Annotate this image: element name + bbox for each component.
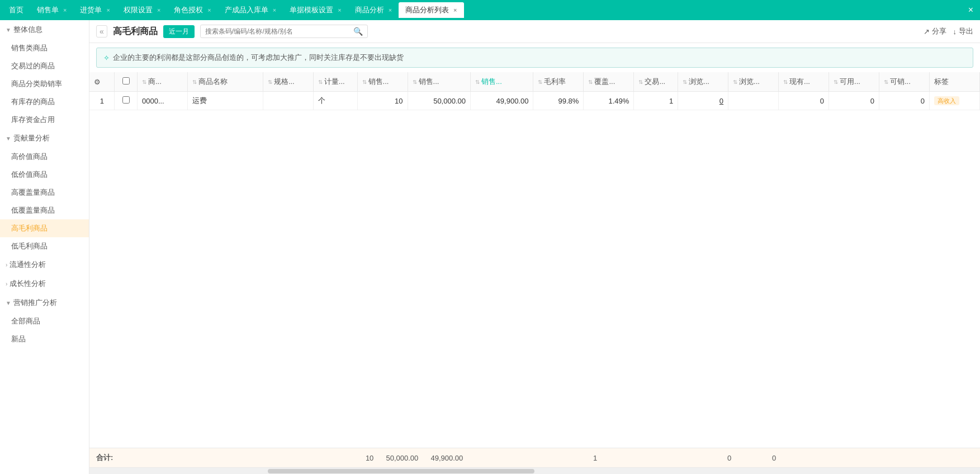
sort-icon-name: ⇅: [192, 79, 197, 85]
arrow-right-icon-2: ›: [6, 281, 7, 287]
info-banner: ✧ 企业的主要的利润都是这部分商品创造的，可考虑加大推广，同时关注库存是不要出现…: [96, 48, 973, 68]
sort-icon-code: ⇅: [142, 79, 146, 85]
sort-icon-browse2: ⇅: [733, 79, 737, 85]
col-header-sale-cost[interactable]: ⇅ 销售...: [471, 72, 533, 92]
search-icon[interactable]: 🔍: [353, 27, 363, 36]
sidebar: ▼ 整体信息 销售类商品 交易过的商品 商品分类助销率 有库存的商品 库存资金占…: [0, 20, 89, 474]
col-header-spec: ⇅ 规格...: [263, 72, 313, 92]
horizontal-scrollbar[interactable]: [89, 467, 980, 474]
tab-product-analysis-list[interactable]: 商品分析列表 ×: [399, 2, 463, 18]
sort-icon-sale-cost: ⇅: [475, 79, 480, 85]
time-filter-button[interactable]: 近一月: [163, 25, 195, 38]
footer-sale-cost: 49,900.00: [423, 454, 467, 462]
col-header-unit: ⇅ 计量...: [313, 72, 357, 92]
col-header-sale-amt: ⇅ 销售...: [408, 72, 470, 92]
tab-close-permissions[interactable]: ×: [157, 7, 160, 13]
scrollbar-thumb[interactable]: [268, 469, 535, 473]
share-icon: ↗: [924, 27, 930, 36]
arrow-down-icon-3: ▼: [6, 300, 11, 306]
sidebar-section-flow[interactable]: › 流通性分析: [0, 255, 89, 274]
sidebar-item-new-products[interactable]: 新品: [0, 330, 89, 348]
tab-sales[interactable]: 销售单 ×: [30, 2, 73, 18]
tag-badge: 高收入: [934, 96, 959, 105]
sort-icon-tx: ⇅: [638, 79, 643, 85]
tab-bar: 首页 销售单 × 进货单 × 权限设置 × 角色授权 × 产成品入库单 × 单据…: [0, 0, 980, 20]
select-all-checkbox[interactable]: [122, 77, 130, 85]
tab-close-sales[interactable]: ×: [63, 7, 67, 13]
tab-close-purchase[interactable]: ×: [106, 7, 110, 13]
cell-tag: 高收入: [929, 92, 979, 110]
col-header-profit-rate: ⇅ 毛利率: [533, 72, 584, 92]
cell-browse1[interactable]: 0: [678, 92, 728, 110]
sidebar-item-low-value[interactable]: 低价值商品: [0, 166, 89, 184]
col-header-browse2: ⇅ 浏览...: [728, 72, 779, 92]
sidebar-section-overall[interactable]: ▼ 整体信息: [0, 20, 89, 39]
sidebar-item-low-margin[interactable]: 低毛利商品: [0, 237, 89, 255]
tab-close-template[interactable]: ×: [338, 7, 341, 13]
cell-num: 1: [89, 92, 115, 110]
tab-close-roles[interactable]: ×: [207, 7, 211, 13]
sidebar-item-high-value[interactable]: 高价值商品: [0, 148, 89, 166]
row-checkbox[interactable]: [122, 96, 130, 104]
sort-icon-spec: ⇅: [268, 79, 272, 85]
cell-check[interactable]: [115, 92, 137, 110]
info-text: 企业的主要的利润都是这部分商品创造的，可考虑加大推广，同时关注库存是不要出现缺货: [113, 53, 404, 63]
cell-sale-cost: 49,900.00: [471, 92, 533, 110]
arrow-right-icon: ›: [6, 262, 7, 268]
col-header-sale2: ⇅ 可销...: [879, 72, 929, 92]
sidebar-item-stock-capital[interactable]: 库存资金占用: [0, 111, 89, 129]
cell-sale-qty: 10: [357, 92, 408, 110]
tab-roles[interactable]: 角色授权 ×: [167, 2, 217, 18]
sort-icon-sale2: ⇅: [884, 79, 888, 85]
sort-icon-profit-rate: ⇅: [538, 79, 542, 85]
sidebar-item-category-rate[interactable]: 商品分类助销率: [0, 75, 89, 93]
cell-cover: 1.49%: [584, 92, 634, 110]
data-table: ⚙ ⇅ 商...: [89, 72, 980, 110]
search-box: 🔍: [200, 25, 368, 38]
col-header-stock2: ⇅ 可用...: [829, 72, 879, 92]
cell-sale2: 0: [879, 92, 929, 110]
tab-purchase[interactable]: 进货单 ×: [73, 2, 116, 18]
sidebar-item-sales-products[interactable]: 销售类商品: [0, 39, 89, 57]
sidebar-section-marketing[interactable]: ▼ 营销推广分析: [0, 293, 89, 312]
sidebar-item-all-products[interactable]: 全部商品: [0, 312, 89, 330]
sidebar-section-growth[interactable]: › 成长性分析: [0, 274, 89, 293]
col-header-browse1: ⇅ 浏览...: [678, 72, 728, 92]
export-button[interactable]: ↓ 导出: [953, 26, 974, 36]
table-container: ⚙ ⇅ 商...: [89, 72, 980, 448]
sidebar-section-contribution[interactable]: ▼ 贡献量分析: [0, 129, 89, 148]
close-all-tabs[interactable]: ×: [964, 3, 978, 17]
sidebar-item-high-coverage[interactable]: 高覆盖量商品: [0, 184, 89, 201]
export-icon: ↓: [953, 27, 957, 36]
sidebar-item-in-stock[interactable]: 有库存的商品: [0, 93, 89, 111]
footer-tx: 1: [557, 454, 602, 462]
footer-stock2: 0: [736, 454, 780, 462]
table-footer: 合计: 10 50,000.00 49,900.00 1 0 0: [89, 448, 980, 467]
tab-product-analysis[interactable]: 商品分析 ×: [348, 2, 399, 18]
sidebar-item-low-coverage[interactable]: 低覆盖量商品: [0, 201, 89, 219]
sort-icon-browse1: ⇅: [683, 79, 687, 85]
search-input[interactable]: [205, 27, 350, 35]
tab-template[interactable]: 单据模板设置 ×: [283, 2, 348, 18]
footer-sale-amt: 50,000.00: [378, 454, 423, 462]
tab-permissions[interactable]: 权限设置 ×: [117, 2, 167, 18]
settings-icon[interactable]: ⚙: [94, 78, 101, 86]
sidebar-item-high-margin[interactable]: 高毛利商品: [0, 219, 89, 237]
tab-product-in[interactable]: 产成品入库单 ×: [218, 2, 283, 18]
sidebar-item-traded-products[interactable]: 交易过的商品: [0, 57, 89, 75]
content-area: « 高毛利商品 近一月 🔍 ↗ 分享 ↓ 导出 ✧ 企业的主要的利润都是这部: [89, 20, 980, 474]
collapse-sidebar-button[interactable]: «: [96, 25, 107, 37]
cell-profit-rate: 99.8%: [533, 92, 584, 110]
tab-close-product-analysis-list[interactable]: ×: [453, 7, 457, 13]
cell-tx: 1: [634, 92, 678, 110]
arrow-down-icon-2: ▼: [6, 135, 11, 142]
tab-close-product-analysis[interactable]: ×: [389, 7, 392, 13]
sort-icon-stock1: ⇅: [783, 79, 788, 85]
col-header-tx: ⇅ 交易...: [634, 72, 678, 92]
col-header-stock1: ⇅ 现有...: [779, 72, 829, 92]
cell-stock1: 0: [779, 92, 829, 110]
tab-close-product-in[interactable]: ×: [273, 7, 276, 13]
footer-stock1: 0: [691, 454, 736, 462]
share-button[interactable]: ↗ 分享: [924, 26, 946, 36]
tab-home[interactable]: 首页: [2, 2, 30, 18]
